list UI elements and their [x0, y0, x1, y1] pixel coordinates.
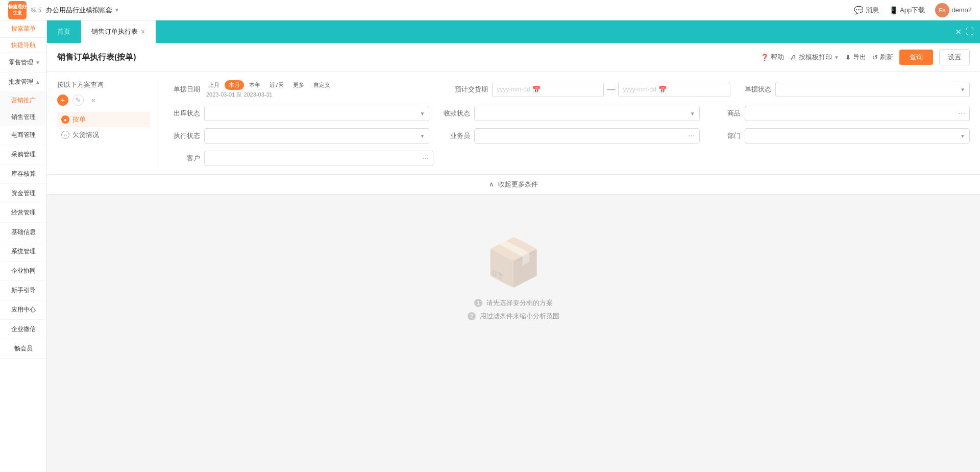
doc-status-label: 单据状态: [741, 85, 771, 94]
filter-row-1: 单据日期 上月 本月 本年 近7天 更多 自定义: [169, 80, 970, 99]
forecast-to-input[interactable]: yyyy-mm-dd 📅: [618, 82, 730, 97]
tab-close-icon[interactable]: ×: [141, 28, 145, 36]
refresh-label: 刷新: [880, 53, 893, 62]
sidebar-item-wechat[interactable]: 企业微信: [0, 320, 46, 339]
sidebar-sub-item-marketing[interactable]: 营销推广: [0, 92, 46, 109]
sidebar-item-guide[interactable]: 新手引导: [0, 281, 46, 300]
sidebar-item-member[interactable]: 畅会员: [0, 339, 46, 359]
forecast-from-input[interactable]: yyyy-mm-dd 📅: [492, 82, 604, 97]
filter-field-date: 单据日期 上月 本月 本年 近7天 更多 自定义: [169, 80, 445, 99]
date-tags-row: 上月 本月 本年 近7天 更多 自定义: [204, 80, 445, 90]
add-scheme-button[interactable]: +: [57, 95, 68, 106]
username: demo2: [951, 6, 972, 14]
sidebar-item-basic-info[interactable]: 基础信息: [0, 223, 46, 242]
sidebar-sub-item-sales[interactable]: 销售管理: [0, 109, 46, 126]
sidebar-item-retail[interactable]: 零售管理 ▼: [0, 53, 46, 73]
company-dropdown[interactable]: 办公用品行业模拟账套 ▼: [46, 6, 119, 15]
sidebar-search[interactable]: 搜索菜单: [0, 20, 46, 38]
refresh-button[interactable]: ↺ 刷新: [872, 53, 893, 62]
expand-icon[interactable]: ⛶: [966, 27, 974, 36]
filter-rows: 单据日期 上月 本月 本年 近7天 更多 自定义: [169, 80, 970, 166]
tag-last-month[interactable]: 上月: [204, 80, 224, 90]
avatar: Ea: [935, 3, 949, 17]
sidebar-item-app-center[interactable]: 应用中心: [0, 300, 46, 320]
sidebar-search-label: 搜索菜单: [11, 25, 36, 32]
scheme-shortage-label: 欠货情况: [72, 130, 99, 139]
collapse-scheme-button[interactable]: «: [88, 95, 99, 106]
customer-input[interactable]: ···: [204, 151, 433, 166]
collapse-bar[interactable]: ∧ 收起更多条件: [47, 175, 980, 195]
collection-select[interactable]: ▼: [474, 106, 699, 121]
dept-select[interactable]: ▼: [745, 128, 970, 144]
hint-num-2: 2: [468, 312, 476, 320]
export-label: 导出: [853, 53, 866, 62]
topbar: 畅捷通好生意 标版 办公用品行业模拟账套 ▼ 💬 消息 📱 App下载 Ea d…: [0, 0, 980, 20]
sidebar-item-member-label: 畅会员: [3, 344, 43, 353]
customer-more-icon[interactable]: ···: [422, 154, 429, 163]
filter-right: 单据日期 上月 本月 本年 近7天 更多 自定义: [159, 80, 970, 166]
topbar-left: 畅捷通好生意 标版 办公用品行业模拟账套 ▼: [8, 1, 119, 19]
sidebar-item-ecommerce[interactable]: 电商管理: [0, 126, 46, 145]
sidebar-item-enterprise[interactable]: 企业协同: [0, 262, 46, 281]
dept-arrow-icon: ▼: [960, 133, 965, 139]
tag-more[interactable]: 更多: [289, 80, 308, 90]
app-label: App下载: [900, 6, 925, 15]
filter-scheme-title: 按以下方案查询: [57, 80, 151, 89]
sidebar-item-system-label: 系统管理: [3, 247, 43, 256]
sidebar-sub-marketing-label: 营销推广: [11, 96, 36, 105]
tab-order-list[interactable]: 销售订单执行表 ×: [81, 20, 156, 43]
help-button[interactable]: ❓ 帮助: [761, 53, 784, 62]
app-download-button[interactable]: 📱 App下载: [889, 6, 925, 15]
app-icon: 📱: [889, 6, 898, 14]
message-button[interactable]: 💬 消息: [854, 6, 879, 15]
sidebar-item-guide-label: 新手引导: [3, 286, 43, 295]
export-button[interactable]: ⬇ 导出: [845, 53, 866, 62]
settings-button[interactable]: 设置: [939, 49, 970, 65]
filter-panel: 按以下方案查询 + ✎ « ● 按单 ○ 欠货情: [47, 72, 980, 175]
logo-subtitle: 标版: [31, 7, 42, 13]
filter-row-3: 执行状态 ▼ 业务员: [169, 128, 970, 144]
close-window-icon[interactable]: ✕: [955, 27, 962, 37]
empty-hint-2-text: 用过滤条件来缩小分析范围: [480, 312, 559, 321]
out-status-select[interactable]: ▼: [204, 106, 429, 121]
sidebar-item-operations[interactable]: 经营管理: [0, 203, 46, 223]
user-menu[interactable]: Ea demo2: [935, 3, 972, 17]
filter-layout: 按以下方案查询 + ✎ « ● 按单 ○ 欠货情: [57, 80, 970, 166]
message-label: 消息: [866, 6, 879, 15]
tab-home[interactable]: 首页: [47, 20, 81, 43]
sidebar-item-inventory[interactable]: 库存核算: [0, 164, 46, 184]
dept-label: 部门: [710, 131, 741, 140]
tag-this-month[interactable]: 本月: [225, 80, 244, 90]
print-button[interactable]: 🖨 按模板打印 ▼: [790, 53, 839, 62]
goods-input[interactable]: ···: [745, 106, 970, 121]
edit-scheme-button[interactable]: ✎: [72, 95, 84, 106]
tag-7days[interactable]: 近7天: [265, 80, 288, 90]
out-status-arrow-icon: ▼: [420, 111, 425, 116]
sidebar-item-system[interactable]: 系统管理: [0, 242, 46, 262]
sidebar-quick-nav[interactable]: 快捷导航: [0, 38, 46, 53]
sidebar-item-finance[interactable]: 资金管理: [0, 184, 46, 203]
salesman-label: 业务员: [439, 131, 470, 140]
salesman-input[interactable]: ···: [474, 128, 699, 144]
page-title: 销售订单执行表(按单): [57, 52, 136, 63]
date-separator: —: [607, 85, 615, 94]
sidebar-item-purchase[interactable]: 采购管理: [0, 145, 46, 164]
scheme-item-shortage[interactable]: ○ 欠货情况: [57, 127, 151, 143]
goods-more-icon[interactable]: ···: [959, 109, 965, 118]
scheme-item-order[interactable]: ● 按单: [57, 112, 151, 127]
logo-badge: 畅捷通好生意: [8, 1, 27, 19]
collection-label: 收款状态: [439, 109, 470, 118]
help-icon: ❓: [761, 54, 769, 61]
print-icon: 🖨: [790, 54, 797, 61]
query-button[interactable]: 查询: [899, 50, 933, 65]
sidebar-item-wholesale[interactable]: 批发管理 ▲: [0, 73, 46, 92]
salesman-more-icon[interactable]: ···: [688, 131, 695, 140]
dropdown-arrow-icon: ▼: [114, 7, 119, 13]
tag-custom[interactable]: 自定义: [309, 80, 334, 90]
tag-this-year[interactable]: 本年: [245, 80, 264, 90]
help-label: 帮助: [771, 53, 784, 62]
hint-num-1: 1: [474, 299, 482, 307]
exec-status-select[interactable]: ▼: [204, 128, 429, 144]
doc-status-select[interactable]: ▼: [775, 82, 970, 97]
filter-field-salesman: 业务员 ···: [439, 128, 699, 144]
